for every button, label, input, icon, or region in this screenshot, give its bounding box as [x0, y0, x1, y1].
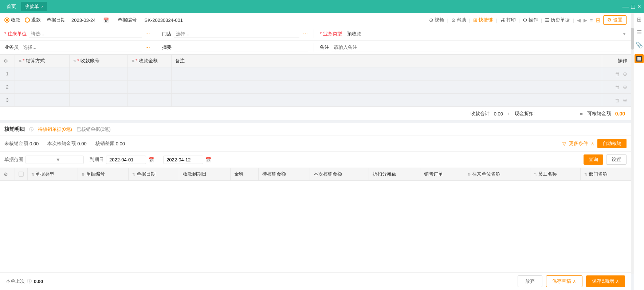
verification-header: 核销明细 ⓘ 待核销单据(0笔) 已核销单据(0笔)	[0, 123, 631, 136]
receipt-type-group: 收款 退款	[4, 17, 41, 23]
delete-icon-1[interactable]: 🗑	[615, 71, 620, 77]
date-value: 2023-03-24	[71, 17, 96, 23]
counterparty-more[interactable]: ···	[145, 31, 150, 37]
action-shortcut[interactable]: ⊞ 快捷键	[473, 17, 493, 23]
save-new-button[interactable]: 保存&新增 ∧	[586, 275, 625, 287]
row-actions-1: 🗑 ⊕	[602, 67, 631, 81]
range-select[interactable]: ▼	[25, 156, 84, 164]
copy-icon-1[interactable]: ⊕	[623, 71, 627, 77]
bottom-info: 本单上次 ⓘ 0.00	[6, 278, 43, 285]
salesperson-input[interactable]	[21, 43, 142, 51]
eq-sign: =	[580, 111, 583, 117]
sidebar-active-icon[interactable]: 🔲	[635, 54, 644, 63]
copy-icon-2[interactable]: ⊕	[623, 84, 627, 90]
nav-next-icon[interactable]: ▶	[584, 17, 587, 23]
row-account-2[interactable]	[69, 81, 127, 94]
bottom-info-icon[interactable]: ⓘ	[27, 278, 32, 285]
row-amount-3[interactable]	[127, 94, 171, 107]
row-remark-1[interactable]	[171, 67, 602, 81]
select-all-checkbox[interactable]	[19, 172, 24, 177]
radio-receipt-label: 收款	[11, 17, 20, 23]
copy-icon-3[interactable]: ⊕	[623, 97, 627, 103]
action-print[interactable]: 🖨 打印	[500, 17, 516, 23]
action-video[interactable]: ⊙ 视频	[429, 17, 444, 23]
maximize-btn[interactable]: □	[631, 3, 635, 11]
sidebar-clip-icon[interactable]: 📎	[636, 42, 643, 48]
action-history[interactable]: ☰ 历史单据	[545, 17, 570, 23]
settings-gear-icon[interactable]: ⚙	[4, 58, 8, 64]
verification-table: ⚙ ⇅ 单据类型 ⇅ 单据编号	[0, 168, 631, 181]
date-from-input[interactable]	[106, 156, 146, 164]
save-draft-button[interactable]: 保存草稿 ∧	[546, 275, 582, 287]
divider1	[156, 30, 156, 38]
bth-dept-label: 部门名称	[589, 171, 608, 177]
row-actions-3: 🗑 ⊕	[602, 94, 631, 107]
close-btn[interactable]: ×	[637, 3, 641, 11]
row-account-1[interactable]	[69, 67, 127, 81]
counterparty-input[interactable]	[29, 30, 142, 38]
summary-input[interactable]	[174, 43, 308, 51]
th-account: ⇅ * 收款账号	[69, 55, 127, 67]
nav-home[interactable]: 首页	[3, 2, 20, 11]
verified-tab[interactable]: 已核销单据(0笔)	[76, 126, 111, 133]
action-operate[interactable]: ⚙ 操作	[523, 17, 538, 23]
discount-input[interactable]	[539, 110, 576, 117]
bth-checkbox[interactable]	[15, 168, 27, 181]
salesperson-more[interactable]: ···	[145, 44, 150, 51]
collapse-icon[interactable]: ∧	[591, 141, 594, 146]
row-remark-3[interactable]	[171, 94, 602, 107]
bth-discount: 折扣分摊额	[369, 168, 420, 181]
nav-tab-receipt[interactable]: 收款单 ×	[21, 2, 47, 11]
th-settings[interactable]: ⚙	[0, 55, 15, 67]
radio-receipt[interactable]: 收款	[4, 17, 20, 23]
filter-icon[interactable]: ▽	[562, 141, 566, 146]
auto-verify-button[interactable]: 自动核销	[597, 139, 627, 148]
verification-info-icon[interactable]: ⓘ	[29, 126, 34, 133]
minimize-btn[interactable]: —	[623, 3, 629, 11]
radio-refund[interactable]: 退款	[25, 17, 41, 23]
tab-close[interactable]: ×	[41, 4, 43, 9]
sidebar-list-icon[interactable]: ☰	[637, 29, 642, 36]
bth-counterparty: ⇅ 往来单位名称	[464, 168, 530, 181]
row-account-3[interactable]	[69, 94, 127, 107]
sidebar-table-icon[interactable]: ⊞	[637, 16, 641, 23]
date-to-input[interactable]	[163, 156, 203, 164]
action-help[interactable]: ⊙ 帮助	[451, 17, 466, 23]
row-remark-2[interactable]	[171, 81, 602, 94]
business-type-label: 业务类型	[320, 31, 342, 37]
pending-tab[interactable]: 待核销单据(0笔)	[38, 126, 72, 133]
scrollbar-thumb[interactable]	[631, 28, 634, 50]
business-type-arrow[interactable]: ▼	[622, 31, 627, 36]
counterparty-field: 往来单位 ···	[4, 30, 150, 38]
query-button[interactable]: 查询	[584, 154, 603, 165]
store-field: 门店 ···	[162, 30, 308, 38]
sep5: |	[541, 17, 542, 23]
grid-toggle-icon[interactable]: ⊞	[596, 17, 600, 24]
row-amount-2[interactable]	[127, 81, 171, 94]
delete-icon-2[interactable]: 🗑	[615, 84, 620, 90]
date-range-field: 到期日 📅 — 📅	[90, 156, 211, 164]
date-from-icon[interactable]: 📅	[148, 157, 154, 162]
delete-icon-3[interactable]: 🗑	[615, 97, 620, 103]
tab-label: 收款单	[25, 3, 39, 10]
row-settlement-1[interactable]	[15, 67, 69, 81]
calc-row: 收款合计 0.00 + 现金折扣: = 可核销金额 0.00	[0, 107, 631, 120]
store-more[interactable]: ···	[303, 31, 308, 37]
discard-button[interactable]: 放弃	[518, 275, 542, 287]
row-settlement-3[interactable]	[15, 94, 69, 107]
date-to-icon[interactable]: 📅	[205, 157, 211, 162]
bottom-settings-gear-icon[interactable]: ⚙	[4, 172, 8, 177]
row-settlement-2[interactable]	[15, 81, 69, 94]
row-amount-1[interactable]	[127, 67, 171, 81]
form-topbar: 收款 退款 单据日期 2023-03-24 📅 单据编号 SK-20230324…	[0, 13, 631, 27]
nav-prev-icon[interactable]: ◀	[577, 17, 581, 23]
query-settings-button[interactable]: 设置	[606, 154, 627, 165]
th-amount: ⇅ * 收款金额	[127, 55, 171, 67]
view-toggle-icon[interactable]: ≡	[590, 17, 593, 23]
remark-input[interactable]	[331, 43, 627, 51]
more-conditions-label[interactable]: 更多条件	[569, 140, 588, 147]
store-input[interactable]	[174, 30, 299, 38]
calendar-icon[interactable]: 📅	[103, 17, 109, 23]
bth-settings[interactable]: ⚙	[0, 168, 15, 181]
settings-button[interactable]: ⚙ 设置	[603, 15, 627, 25]
